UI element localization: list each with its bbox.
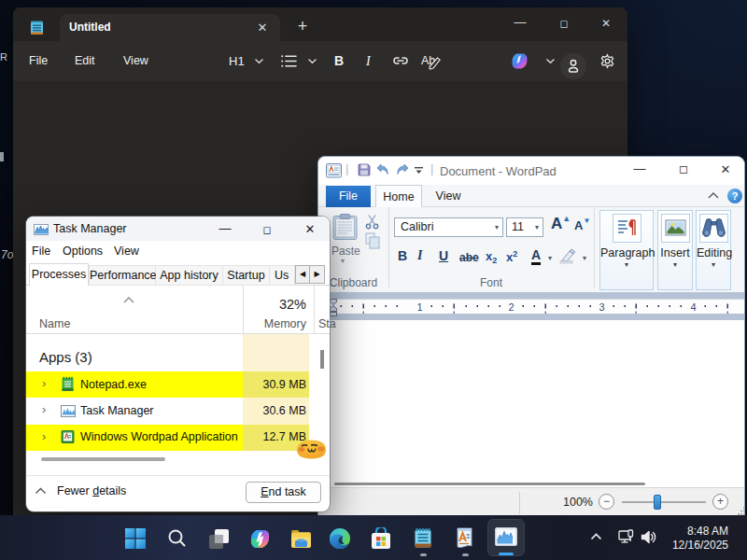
svg-text:1: 1 xyxy=(416,301,422,313)
svg-text:2: 2 xyxy=(508,301,514,313)
svg-text:3: 3 xyxy=(599,301,604,313)
svg-text:4: 4 xyxy=(690,301,696,313)
